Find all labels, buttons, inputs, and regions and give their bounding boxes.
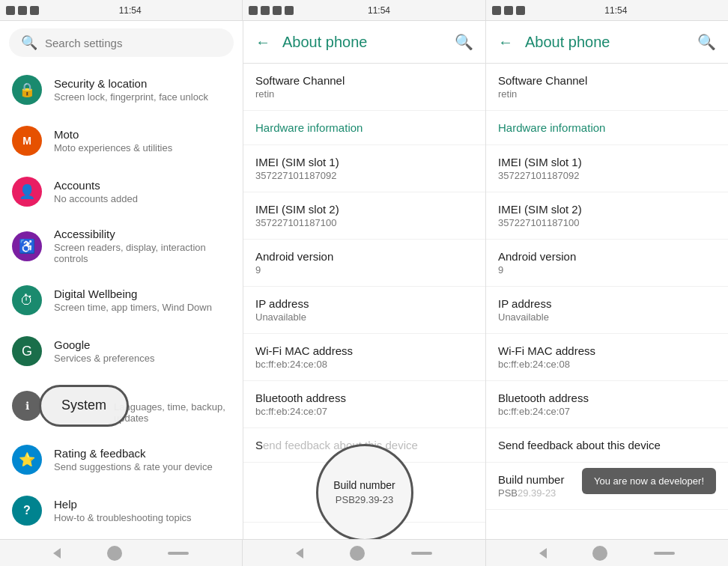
right-bluetooth-title: Bluetooth address bbox=[498, 392, 716, 404]
status-time-right: 11:54 bbox=[604, 5, 627, 16]
system-icon: ℹ bbox=[12, 391, 42, 421]
home-nav-button-right[interactable] bbox=[592, 546, 607, 561]
middle-about-panel: ← About phone 🔍 Software Channel retin H… bbox=[243, 21, 486, 539]
google-title: Google bbox=[54, 338, 231, 351]
status-icons-right bbox=[492, 6, 525, 15]
right-imei1[interactable]: IMEI (SIM slot 1) 357227101187092 bbox=[486, 145, 728, 192]
settings-item-digital-wellbeing[interactable]: ⏱ Digital Wellbeing Screen time, app tim… bbox=[0, 275, 243, 326]
recent-nav-button[interactable] bbox=[168, 552, 189, 555]
home-nav-button-mid[interactable] bbox=[350, 546, 365, 561]
middle-bluetooth-subtitle: bc:ff:eb:24:ce:07 bbox=[255, 406, 473, 417]
right-hardware-info[interactable]: Hardware information bbox=[486, 111, 728, 145]
accessibility-subtitle: Screen readers, display, interaction con… bbox=[54, 242, 231, 264]
build-circle-value: PSB29.39-23 bbox=[336, 494, 393, 505]
right-software-channel-title: Software Channel bbox=[498, 74, 716, 87]
file-icon bbox=[6, 6, 15, 15]
right-ip-title: IP address bbox=[498, 297, 716, 310]
build-circle-title: Build number bbox=[333, 479, 395, 491]
middle-imei2-title: IMEI (SIM slot 2) bbox=[255, 203, 473, 216]
help-subtitle: How-to & troubleshooting topics bbox=[54, 512, 231, 523]
system-text: System Languages, time, backup, updates bbox=[114, 387, 231, 424]
status-time-middle: 11:54 bbox=[368, 5, 390, 16]
right-feedback[interactable]: Send feedback about this device bbox=[486, 428, 728, 463]
right-imei2[interactable]: IMEI (SIM slot 2) 357227101187100 bbox=[486, 192, 728, 240]
system-highlight-circle: System bbox=[39, 385, 129, 427]
rating-text: Rating & feedback Send suggestions & rat… bbox=[54, 447, 231, 472]
right-bluetooth[interactable]: Bluetooth address bc:ff:eb:24:ce:07 bbox=[486, 381, 728, 428]
middle-back-button[interactable]: ← bbox=[255, 34, 270, 51]
home-nav-button[interactable] bbox=[107, 546, 122, 561]
right-panel-header: ← About phone 🔍 bbox=[486, 21, 728, 64]
settings-list: 🔒 Security & location Screen lock, finge… bbox=[0, 64, 243, 539]
accounts-text: Accounts No accounts added bbox=[54, 179, 231, 204]
middle-imei2-subtitle: 357227101187100 bbox=[255, 217, 473, 228]
recent-nav-button-right[interactable] bbox=[654, 552, 675, 555]
middle-android-version[interactable]: Android version 9 bbox=[243, 240, 485, 287]
middle-hardware-info[interactable]: Hardware information bbox=[243, 111, 485, 145]
right-back-button[interactable]: ← bbox=[498, 34, 513, 51]
settings-item-moto[interactable]: M Moto Moto experiences & utilities bbox=[0, 115, 243, 166]
middle-build-number[interactable]: Build number PSB29.39-23 Build number PS… bbox=[243, 463, 485, 523]
right-ip-address[interactable]: IP address Unavailable bbox=[486, 287, 728, 334]
middle-imei2[interactable]: IMEI (SIM slot 2) 357227101187100 bbox=[243, 192, 485, 240]
middle-imei1[interactable]: IMEI (SIM slot 1) 357227101187092 bbox=[243, 145, 485, 192]
right-search-button[interactable]: 🔍 bbox=[697, 33, 716, 51]
right-android-version[interactable]: Android version 9 bbox=[486, 240, 728, 287]
moto-subtitle: Moto experiences & utilities bbox=[54, 142, 231, 153]
rating-subtitle: Send suggestions & rate your device bbox=[54, 461, 231, 472]
middle-android-title: Android version bbox=[255, 250, 473, 263]
right-about-panel: ← About phone 🔍 Software Channel retin H… bbox=[486, 21, 728, 539]
middle-bluetooth[interactable]: Bluetooth address bc:ff:eb:24:ce:07 bbox=[243, 381, 485, 428]
nav-section-right bbox=[485, 540, 728, 566]
security-text: Security & location Screen lock, fingerp… bbox=[54, 77, 231, 103]
settings-item-rating[interactable]: ⭐ Rating & feedback Send suggestions & r… bbox=[0, 434, 243, 485]
middle-software-channel-subtitle: retin bbox=[255, 88, 473, 100]
middle-search-button[interactable]: 🔍 bbox=[455, 33, 473, 51]
status-time-left: 11:54 bbox=[119, 5, 142, 16]
right-android-title: Android version bbox=[498, 250, 716, 263]
nav-bar bbox=[0, 539, 728, 566]
signal-icon-right bbox=[504, 6, 513, 15]
right-software-channel[interactable]: Software Channel retin bbox=[486, 64, 728, 111]
help-icon: ? bbox=[12, 496, 42, 526]
back-nav-button[interactable] bbox=[53, 548, 61, 559]
signal-icon-mid bbox=[261, 6, 270, 15]
middle-wifi-mac[interactable]: Wi-Fi MAC address bc:ff:eb:24:ce:08 bbox=[243, 334, 485, 381]
battery-icon-mid bbox=[249, 6, 258, 15]
back-nav-button-right[interactable] bbox=[539, 548, 547, 559]
settings-item-google[interactable]: G Google Services & preferences bbox=[0, 326, 243, 377]
back-nav-button-mid[interactable] bbox=[296, 548, 303, 559]
search-bar[interactable]: 🔍 Search settings bbox=[9, 28, 234, 57]
wellbeing-icon: ⏱ bbox=[12, 285, 42, 315]
moto-text: Moto Moto experiences & utilities bbox=[54, 128, 231, 153]
wifi-icon-mid bbox=[285, 6, 294, 15]
middle-bluetooth-title: Bluetooth address bbox=[255, 392, 473, 404]
right-wifi-mac[interactable]: Wi-Fi MAC address bc:ff:eb:24:ce:08 bbox=[486, 334, 728, 381]
middle-imei1-subtitle: 357227101187092 bbox=[255, 170, 473, 181]
right-panel-title: About phone bbox=[525, 34, 697, 51]
google-text: Google Services & preferences bbox=[54, 338, 231, 364]
settings-item-system[interactable]: ℹ System System Languages, time, backup,… bbox=[0, 377, 243, 434]
status-section-right: 11:54 bbox=[485, 0, 728, 20]
right-software-channel-subtitle: retin bbox=[498, 88, 716, 100]
settings-item-help[interactable]: ? Help How-to & troubleshooting topics bbox=[0, 485, 243, 536]
right-feedback-title: Send feedback about this device bbox=[498, 439, 716, 451]
recent-nav-button-mid[interactable] bbox=[411, 552, 432, 555]
rating-icon: ⭐ bbox=[12, 445, 42, 475]
main-layout: 🔍 Search settings 🔒 Security & location … bbox=[0, 21, 728, 539]
settings-item-accessibility[interactable]: ♿ Accessibility Screen readers, display,… bbox=[0, 217, 243, 275]
shield-icon bbox=[18, 6, 27, 15]
help-text: Help How-to & troubleshooting topics bbox=[54, 498, 231, 523]
middle-ip-address[interactable]: IP address Unavailable bbox=[243, 287, 485, 334]
middle-panel-header: ← About phone 🔍 bbox=[243, 21, 485, 64]
accounts-title: Accounts bbox=[54, 179, 231, 192]
wellbeing-text: Digital Wellbeing Screen time, app timer… bbox=[54, 287, 231, 313]
middle-about-list: Software Channel retin Hardware informat… bbox=[243, 64, 485, 539]
middle-software-channel[interactable]: Software Channel retin bbox=[243, 64, 485, 111]
middle-ip-title: IP address bbox=[255, 297, 473, 310]
status-bar: 11:54 11:54 11:54 bbox=[0, 0, 728, 21]
settings-item-security[interactable]: 🔒 Security & location Screen lock, finge… bbox=[0, 64, 243, 115]
right-bluetooth-subtitle: bc:ff:eb:24:ce:07 bbox=[498, 406, 716, 417]
settings-item-accounts[interactable]: 👤 Accounts No accounts added bbox=[0, 166, 243, 217]
wellbeing-subtitle: Screen time, app timers, Wind Down bbox=[54, 302, 231, 313]
